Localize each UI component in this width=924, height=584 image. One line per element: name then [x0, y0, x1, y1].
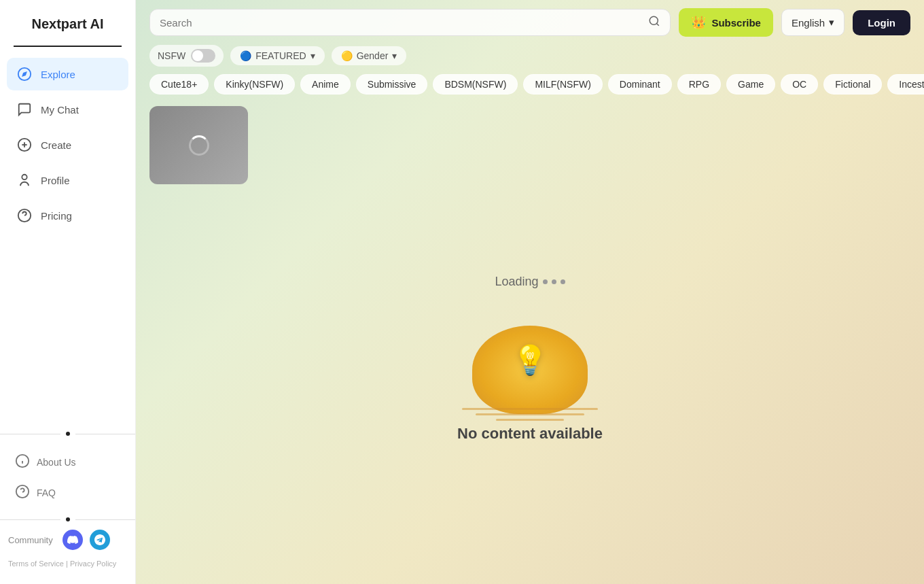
explore-icon — [15, 65, 34, 84]
header: 👑 Subscribe English ▾ Login — [136, 0, 924, 45]
tag-fictional[interactable]: Fictional — [823, 74, 882, 95]
tag-cute18[interactable]: Cute18+ — [149, 74, 209, 95]
no-content-wrapper: Loading 💡 No content available — [455, 275, 605, 443]
line-2 — [476, 413, 584, 415]
sidebar-mid-divider — [0, 426, 135, 441]
pricing-icon — [15, 206, 34, 225]
login-button[interactable]: Login — [853, 10, 910, 35]
footer-links: Terms of Service | Privacy Policy — [0, 555, 135, 573]
content-area: Loading 💡 No content available — [136, 106, 924, 584]
sidebar-item-my-chat[interactable]: My Chat — [7, 93, 128, 126]
svg-point-13 — [650, 16, 658, 24]
dot-2 — [552, 279, 556, 284]
sidebar-item-pricing[interactable]: Pricing — [7, 199, 128, 232]
language-button[interactable]: English ▾ — [781, 9, 845, 36]
loading-spinner — [189, 135, 209, 156]
chevron-down-icon: ▾ — [829, 16, 834, 29]
dot-3 — [561, 279, 565, 284]
terms-link[interactable]: Terms of Service — [8, 560, 64, 568]
create-icon — [15, 135, 34, 154]
dot-1 — [543, 279, 548, 284]
sidebar-item-create-label: Create — [41, 139, 71, 151]
tag-rpg[interactable]: RPG — [677, 74, 721, 95]
sidebar-item-about[interactable]: About Us — [7, 448, 128, 476]
no-content-text: No content available — [457, 425, 603, 443]
illustration: 💡 — [455, 305, 605, 414]
search-icon[interactable] — [648, 15, 660, 30]
svg-line-14 — [657, 23, 659, 25]
filter-bar: NSFW 🔵 FEATURED ▾ 🟡 Gender ▾ — [136, 45, 924, 73]
subscribe-button[interactable]: 👑 Subscribe — [679, 8, 773, 37]
sidebar-item-profile[interactable]: Profile — [7, 164, 128, 196]
sidebar-item-faq[interactable]: FAQ — [7, 479, 128, 506]
tag-milf[interactable]: MILF(NSFW) — [523, 74, 602, 95]
line-1 — [462, 408, 598, 410]
crown-icon: 👑 — [691, 15, 706, 30]
gender-button[interactable]: 🟡 Gender ▾ — [332, 46, 407, 65]
community-label: Community — [8, 535, 53, 545]
main-content: 👑 Subscribe English ▾ Login NSFW 🔵 FEATU… — [136, 0, 924, 584]
gender-emoji-icon: 🟡 — [341, 50, 353, 61]
sidebar-item-explore-label: Explore — [41, 69, 75, 80]
sidebar-top-divider — [14, 46, 122, 47]
profile-icon — [15, 171, 34, 190]
sidebar-item-my-chat-label: My Chat — [41, 104, 79, 116]
loading-dots: Loading — [495, 275, 565, 289]
featured-button[interactable]: 🔵 FEATURED ▾ — [230, 46, 324, 65]
svg-point-5 — [22, 175, 26, 179]
sidebar-faq-label: FAQ — [37, 487, 56, 498]
subscribe-label: Subscribe — [711, 17, 761, 29]
sidebar: Nextpart AI Explore My Chat Create — [0, 0, 136, 584]
footer-separator: | — [66, 560, 68, 568]
tag-bdsm[interactable]: BDSM(NSFW) — [433, 74, 518, 95]
tag-anime[interactable]: Anime — [300, 74, 351, 95]
gender-chevron-icon: ▾ — [392, 50, 397, 61]
app-logo: Nextpart AI — [0, 11, 135, 46]
about-icon — [15, 453, 30, 470]
telegram-icon[interactable] — [90, 530, 110, 550]
featured-label: FEATURED — [255, 50, 306, 61]
search-input[interactable] — [160, 17, 643, 29]
faq-icon — [15, 484, 30, 501]
sidebar-about-label: About Us — [37, 457, 76, 468]
nsfw-label: NSFW — [158, 50, 185, 61]
sidebar-item-explore[interactable]: Explore — [7, 58, 128, 90]
my-chat-icon — [15, 100, 34, 119]
loading-text: Loading — [495, 275, 538, 289]
featured-chevron-icon: ▾ — [310, 50, 315, 61]
tag-incest[interactable]: Incest(NSFW) — [887, 74, 924, 95]
sidebar-item-pricing-label: Pricing — [41, 210, 72, 222]
privacy-link[interactable]: Privacy Policy — [70, 560, 116, 568]
community-row: Community — [0, 527, 135, 555]
tag-dominant[interactable]: Dominant — [608, 74, 672, 95]
loading-card — [149, 106, 248, 184]
tag-oc[interactable]: OC — [781, 74, 818, 95]
tag-kinky[interactable]: Kinky(NSFW) — [214, 74, 295, 95]
tag-game[interactable]: Game — [726, 74, 775, 95]
nsfw-switch[interactable] — [191, 49, 215, 63]
sidebar-item-create[interactable]: Create — [7, 128, 128, 161]
sidebar-nav: Explore My Chat Create Profile — [0, 58, 135, 426]
tag-submissive[interactable]: Submissive — [356, 74, 428, 95]
login-label: Login — [868, 17, 895, 29]
svg-marker-1 — [22, 71, 27, 77]
tags-bar: Cute18+ Kinky(NSFW) Anime Submissive BDS… — [136, 73, 924, 106]
language-label: English — [792, 17, 825, 29]
discord-icon[interactable] — [63, 530, 83, 550]
illustration-lines — [452, 408, 608, 421]
nsfw-toggle[interactable]: NSFW — [149, 45, 224, 67]
gender-label: Gender — [357, 50, 389, 61]
sidebar-bottom-divider — [0, 512, 135, 527]
illustration-bulb-icon: 💡 — [512, 343, 548, 377]
featured-icon: 🔵 — [240, 50, 251, 61]
sidebar-bottom: About Us FAQ — [0, 441, 135, 506]
line-3 — [496, 419, 564, 421]
search-box — [149, 9, 671, 36]
sidebar-item-profile-label: Profile — [41, 175, 70, 186]
